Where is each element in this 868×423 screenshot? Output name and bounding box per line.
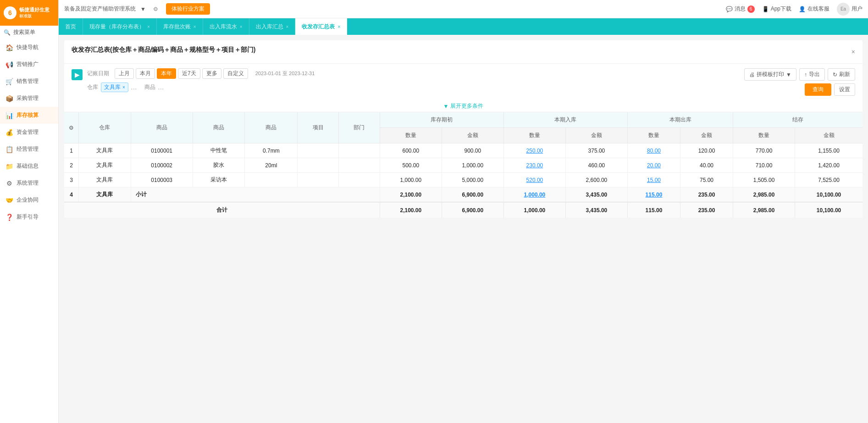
refresh-button[interactable]: ↻ 刷新 <box>828 68 855 81</box>
warehouse-tag-text: 文具库 <box>104 83 121 91</box>
row2-goods-code: 0100002 <box>131 158 193 173</box>
sidebar-item-marketing[interactable]: 📢 营销推广 <box>0 56 58 73</box>
total-out-amt: 235.00 <box>680 202 733 218</box>
date-btn-more[interactable]: 更多 <box>202 68 221 79</box>
sidebar-item-inventory[interactable]: 📊 库存核算 <box>0 107 58 124</box>
row3-closing-amt: 7,525.00 <box>795 173 862 187</box>
system-icon: ⚙ <box>6 180 13 187</box>
th-opening-group: 库存期初 <box>380 112 503 128</box>
sidebar-item-operations[interactable]: 📋 经营管理 <box>0 141 58 158</box>
th-warehouse: 仓库 <box>79 112 131 143</box>
date-btn-7days[interactable]: 近7天 <box>178 68 200 79</box>
tab-inout-flow[interactable]: 出入库流水 × <box>203 18 249 35</box>
th-in-qty: 数量 <box>503 128 565 143</box>
sidebar-item-system[interactable]: ⚙ 系统管理 <box>0 175 58 192</box>
row1-in-qty[interactable]: 250.00 <box>503 143 565 158</box>
message-icon: 💬 <box>726 6 733 12</box>
tab-inout-summary-close[interactable]: × <box>286 24 289 29</box>
tab-receive-send-summary-label: 收发存汇总表 <box>302 23 335 31</box>
download-icon: 📱 <box>762 6 769 12</box>
warehouse-tag-close[interactable]: × <box>122 85 125 90</box>
subtotal-warehouse: 文具库 <box>79 187 131 203</box>
sidebar-item-purchase-label: 采购管理 <box>17 94 39 102</box>
sidebar-item-purchase[interactable]: 📦 采购管理 <box>0 90 58 107</box>
filter-toggle-button[interactable]: ▶ <box>72 69 83 80</box>
tab-receive-send-summary[interactable]: 收发存汇总表 × <box>295 18 347 35</box>
settings-icon[interactable]: ⚙ <box>150 4 161 15</box>
date-btn-this-year[interactable]: 本年 <box>157 68 176 79</box>
row1-warehouse: 文具库 <box>79 143 131 158</box>
row1-goods-name: 中性笔 <box>193 143 245 158</box>
sidebar-item-finance[interactable]: 💰 资金管理 <box>0 124 58 141</box>
row3-out-qty[interactable]: 15.00 <box>627 173 680 187</box>
subtotal-label: 小计 <box>131 187 380 203</box>
warehouse-tag[interactable]: 文具库 × <box>101 82 128 92</box>
sidebar-item-basic-info-label: 基础信息 <box>17 162 39 170</box>
row2-out-qty[interactable]: 20.00 <box>627 158 680 173</box>
th-settings[interactable]: ⚙ <box>64 112 79 143</box>
subtotal-out-qty[interactable]: 115.00 <box>627 187 680 203</box>
sidebar-item-sales[interactable]: 🛒 销售管理 <box>0 73 58 90</box>
tab-inout-flow-close[interactable]: × <box>240 24 243 29</box>
subtotal-in-qty[interactable]: 1,000.00 <box>503 187 565 203</box>
filter-row-warehouse: 仓库 文具库 × ... 商品 ... <box>87 82 740 92</box>
subtotal-no: 4 <box>64 187 79 203</box>
row2-in-qty[interactable]: 230.00 <box>503 158 565 173</box>
tab-stock-distribution[interactable]: 现存量（库存分布表） × <box>83 18 157 35</box>
table-row: 1 文具库 0100001 中性笔 0.7mm 600.00 900.00 25… <box>64 143 862 158</box>
sidebar-item-guide[interactable]: ❓ 新手引导 <box>0 209 58 225</box>
sidebar-item-basic-info[interactable]: 📁 基础信息 <box>0 158 58 175</box>
row1-closing-amt: 1,155.00 <box>795 143 862 158</box>
goods-filter: 商品 ... <box>144 83 164 91</box>
th-out-amt: 金额 <box>680 128 733 143</box>
content-area: 收发存汇总表(按仓库＋商品编码＋商品＋规格型号＋项目＋部门) × ▶ 记账日期 … <box>59 35 868 423</box>
print-button[interactable]: 🖨 拼模板打印 ▼ <box>744 68 796 81</box>
date-btn-custom[interactable]: 自定义 <box>223 68 248 79</box>
sidebar-item-collab[interactable]: 🤝 企业协同 <box>0 192 58 209</box>
row1-out-qty[interactable]: 80.00 <box>627 143 680 158</box>
row1-in-amt: 375.00 <box>565 143 627 158</box>
page-close-btn[interactable]: × <box>851 48 855 55</box>
expand-conditions-button[interactable]: ▼ 展开更多条件 <box>443 102 484 110</box>
sidebar-item-search[interactable]: 🔍 搜索菜单 <box>0 26 58 39</box>
trial-button[interactable]: 体验行业方案 <box>166 3 210 15</box>
th-dept: 部门 <box>339 112 380 143</box>
print-dropdown-icon: ▼ <box>786 71 791 78</box>
date-btn-this-month[interactable]: 本月 <box>136 68 155 79</box>
refresh-label: 刷新 <box>839 71 850 78</box>
sidebar-logo: 6 畅捷通好生意 标准版 <box>0 0 58 26</box>
tab-inout-summary[interactable]: 出入库汇总 × <box>249 18 296 35</box>
system-selector[interactable]: ▼ <box>140 6 146 12</box>
user-menu[interactable]: Ea 用户 <box>837 3 862 16</box>
export-button[interactable]: ↑ 导出 <box>799 68 825 81</box>
tab-home[interactable]: 首页 <box>59 18 83 35</box>
message-button[interactable]: 💬 消息 6 <box>726 5 755 13</box>
tab-batch-account-close[interactable]: × <box>194 24 196 29</box>
filter-main: 记账日期 上月 本月 本年 近7天 更多 自定义 2023-01-01 至 20… <box>87 68 740 92</box>
date-btn-last-month[interactable]: 上月 <box>115 68 134 79</box>
marketing-icon: 📢 <box>6 61 13 68</box>
sidebar-item-quick-nav[interactable]: 🏠 快捷导航 <box>0 39 58 56</box>
th-opening-amt: 金额 <box>442 128 503 143</box>
row2-goods-name: 胶水 <box>193 158 245 173</box>
tab-batch-account[interactable]: 库存批次账 × <box>157 18 203 35</box>
row1-opening-amt: 900.00 <box>442 143 503 158</box>
table-settings-button[interactable]: 设置 <box>834 83 855 96</box>
th-in-amt: 金额 <box>565 128 627 143</box>
data-table-container: ⚙ 仓库 商品 商品 商品 项目 部门 库存期初 本期入库 本期出库 结存 <box>64 112 862 218</box>
warehouse-more-icon[interactable]: ... <box>131 84 137 91</box>
sidebar-item-collab-label: 企业协同 <box>17 196 39 204</box>
app-download-button[interactable]: 📱 App下载 <box>762 5 791 13</box>
th-project: 项目 <box>298 112 339 143</box>
message-label: 消息 <box>735 5 746 13</box>
topbar: 装备及固定资产辅助管理系统 ▼ ⚙ 体验行业方案 💬 消息 6 📱 App下载 … <box>59 0 868 18</box>
print-icon: 🖨 <box>749 71 755 78</box>
row3-in-qty[interactable]: 520.00 <box>503 173 565 187</box>
th-closing-qty: 数量 <box>733 128 795 143</box>
tab-receive-send-summary-close[interactable]: × <box>337 24 340 29</box>
online-service-button[interactable]: 👤 在线客服 <box>799 5 829 13</box>
date-filter-label: 记账日期 <box>87 70 109 77</box>
tab-stock-distribution-close[interactable]: × <box>147 24 150 29</box>
goods-more-icon[interactable]: ... <box>158 84 164 91</box>
query-button[interactable]: 查询 <box>805 83 831 96</box>
